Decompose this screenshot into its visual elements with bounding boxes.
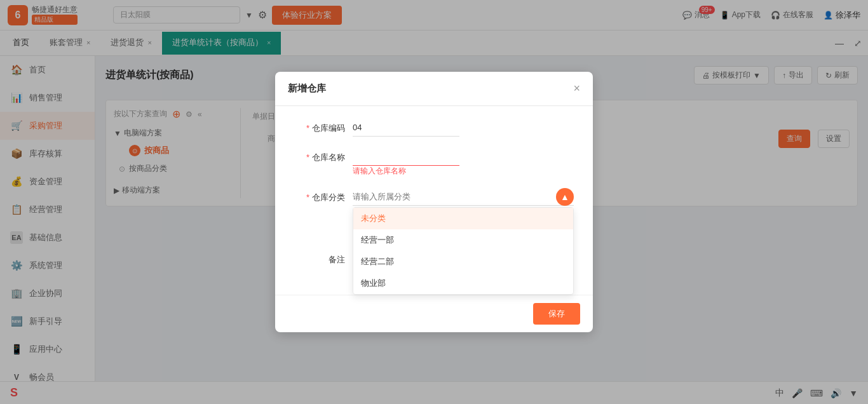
form-row-category: 仓库分类 ▲ 未分类 经营一部 经营二部 物业部 xyxy=(294,188,574,206)
modal-footer: 保存 xyxy=(275,295,593,332)
modal-body: 仓库编码 仓库名称 请输入仓库名称 仓库分类 xyxy=(275,106,593,295)
form-row-code: 仓库编码 xyxy=(294,119,574,137)
modal-title: 新增仓库 xyxy=(288,83,326,95)
form-row-name: 仓库名称 请输入仓库名称 xyxy=(294,148,574,177)
dropdown-item-uncategorized[interactable]: 未分类 xyxy=(353,208,573,229)
category-dropdown-arrow[interactable]: ▲ xyxy=(556,188,574,206)
warehouse-name-error: 请输入仓库名称 xyxy=(353,166,406,175)
warehouse-category-wrap[interactable]: ▲ 未分类 经营一部 经营二部 物业部 xyxy=(353,188,574,206)
modal-close-btn[interactable]: × xyxy=(573,82,580,95)
modal-header: 新增仓库 × xyxy=(275,72,593,106)
warehouse-code-label: 仓库编码 xyxy=(294,119,345,134)
warehouse-code-input[interactable] xyxy=(353,119,459,137)
dropdown-item-dept2[interactable]: 经营二部 xyxy=(353,251,573,273)
modal-save-btn[interactable]: 保存 xyxy=(533,303,580,325)
new-warehouse-modal: 新增仓库 × 仓库编码 仓库名称 请输入仓库名称 xyxy=(275,72,593,332)
remark-label: 备注 xyxy=(294,250,345,266)
category-dropdown-list: 未分类 经营一部 经营二部 物业部 xyxy=(353,207,574,295)
modal-overlay: 新增仓库 × 仓库编码 仓库名称 请输入仓库名称 xyxy=(0,0,868,404)
warehouse-name-wrap xyxy=(353,148,459,166)
dropdown-item-dept1[interactable]: 经营一部 xyxy=(353,229,573,251)
warehouse-name-label: 仓库名称 xyxy=(294,148,345,163)
warehouse-category-input[interactable] xyxy=(353,188,574,206)
warehouse-category-label: 仓库分类 xyxy=(294,188,345,203)
warehouse-name-input[interactable] xyxy=(353,148,459,166)
dropdown-item-property[interactable]: 物业部 xyxy=(353,273,573,294)
warehouse-code-wrap xyxy=(353,119,574,137)
